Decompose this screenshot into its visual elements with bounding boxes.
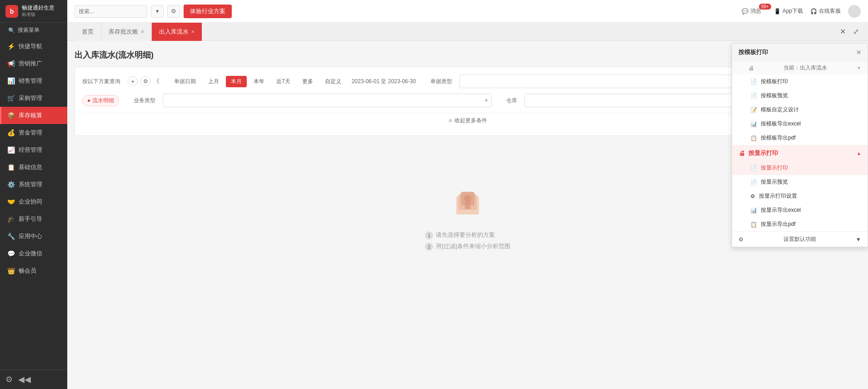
sidebar-item-appcenter[interactable]: 🔧 应用中心 (0, 228, 67, 245)
sidebar-item-sales[interactable]: 📊 销售管理 (0, 72, 67, 90)
empty-tip-2: 2 用[过滤]条件来缩小分析范围 (425, 242, 510, 251)
filter-collapse-left-button[interactable]: 《 (153, 77, 160, 85)
biz-type-select[interactable]: ▾ (163, 94, 491, 107)
appcenter-icon: 🔧 (7, 232, 15, 240)
sidebar-item-operation[interactable]: 📈 经营管理 (0, 141, 67, 159)
warehouse-label: 仓库 (506, 97, 517, 105)
sidebar-item-finance[interactable]: 💰 资金管理 (0, 124, 67, 141)
current-chevron: ▼ (857, 65, 861, 70)
template-print-item[interactable]: 📄 按模板打印 (732, 75, 868, 89)
date-tag-more[interactable]: 更多 (297, 76, 318, 87)
display-settings-icon: ⚙ (750, 193, 755, 199)
display-preview-doc-icon: 📄 (750, 179, 757, 185)
print-dropdown-panel: 按模板打印 ✕ 🖨 当前：出入库流水 ▼ 📄 按模板打印 📄 按模板预览 📝 模… (732, 43, 868, 247)
template-export-pdf-item[interactable]: 📋 按模板导出pdf (732, 131, 868, 145)
display-print-settings-item[interactable]: ⚙ 按显示打印设置 (732, 189, 868, 203)
date-tag-custom[interactable]: 自定义 (320, 76, 346, 87)
sidebar-item-search[interactable]: 🔍 搜索菜单 (0, 23, 67, 38)
display-pdf-icon: 📋 (750, 221, 757, 228)
template-preview-item[interactable]: 📄 按模板预览 (732, 89, 868, 103)
logo-icon: b (5, 5, 18, 18)
edition-label: 标准版 (22, 11, 55, 18)
message-icon: 💬 (742, 8, 748, 15)
sidebar-item-guide[interactable]: 🎓 新手引导 (0, 210, 67, 228)
date-range-display: 2023-06-01 至 2023-06-30 (352, 78, 416, 85)
online-service-button[interactable]: 🎧 在线客服 (810, 7, 841, 15)
sidebar-item-wechat[interactable]: 💬 企业微信 (0, 245, 67, 262)
quicknav-icon: ⚡ (7, 42, 15, 50)
topbar-left: ▾ ⚙ 体验行业方案 (75, 5, 736, 18)
sales-icon: 📊 (7, 77, 15, 85)
sidebar-item-marketing[interactable]: 📢 营销推广 (0, 55, 67, 72)
display-export-pdf-item[interactable]: 📋 按显示导出pdf (732, 217, 868, 231)
template-pdf-icon: 📋 (750, 135, 757, 141)
page-title: 出入库流水(流水明细) (75, 50, 154, 60)
filter-settings-button[interactable]: ⚙ (140, 76, 150, 86)
sidebar-item-vip[interactable]: 👑 畅会员 (0, 262, 67, 279)
industry-solution-button[interactable]: 体验行业方案 (184, 5, 232, 18)
template-custom-item[interactable]: 📝 模板自定义设计 (732, 103, 868, 117)
display-preview-item[interactable]: 📄 按显示预览 (732, 175, 868, 189)
date-tag-this-month[interactable]: 本月 (226, 76, 247, 87)
sidebar-item-quicknav[interactable]: ⚡ 快捷导航 (0, 38, 67, 55)
display-print-section: 🖨 按显示打印 ▲ 📄 按显示打印 📄 按显示预览 ⚙ 按显示打印设置 📊 按显… (732, 145, 868, 232)
topbar-dropdown-button[interactable]: ▾ (151, 5, 164, 18)
topbar-search-input[interactable] (75, 5, 147, 18)
finance-icon: 💰 (7, 129, 15, 137)
topbar-gear-button[interactable]: ⚙ (167, 5, 180, 18)
display-export-excel-item[interactable]: 📊 按显示导出excel (732, 203, 868, 217)
tab-batch-close[interactable]: × (141, 29, 144, 35)
display-print-item[interactable]: 📄 按显示打印 (732, 161, 868, 175)
date-tag-this-year[interactable]: 本年 (249, 76, 269, 87)
basic-icon: 📋 (7, 163, 15, 171)
tab-expand-button[interactable]: ⤢ (851, 25, 861, 38)
sidebar-collapse-button[interactable]: ◀◀ (18, 374, 31, 384)
sidebar-item-system[interactable]: ⚙️ 系统管理 (0, 176, 67, 193)
filter-add-button[interactable]: + (128, 76, 138, 86)
brand-name: 畅捷通好生意 (22, 5, 55, 12)
sidebar-item-purchase[interactable]: 🛒 采购管理 (0, 90, 67, 107)
tab-batch[interactable]: 库存批次账 × (101, 23, 152, 41)
collapse-chevron-icon: ∧ (448, 117, 454, 124)
display-print-section-icon: 🖨 (738, 150, 745, 157)
wechat-icon: 💬 (7, 249, 15, 258)
date-label: 单据日期 (174, 78, 196, 85)
tab-close-all-button[interactable]: ✕ (838, 25, 848, 38)
template-print-section: 📄 按模板打印 📄 按模板预览 📝 模板自定义设计 📊 按模板导出excel 📋… (732, 75, 868, 145)
biz-type-chevron: ▾ (485, 97, 488, 104)
sidebar-item-collab[interactable]: 🤝 企业协同 (0, 193, 67, 210)
system-icon: ⚙️ (7, 180, 15, 189)
sidebar-footer: ⚙ ◀◀ (0, 369, 67, 389)
tab-home[interactable]: 首页 (75, 23, 101, 41)
app-download-button[interactable]: 📱 App下载 (774, 7, 803, 15)
sub-filter-tag-water[interactable]: ● 流水明细 (82, 95, 119, 106)
sidebar-item-inventory[interactable]: 📦 库存核算 (0, 107, 67, 124)
date-tag-last-month[interactable]: 上月 (203, 76, 224, 87)
date-filter-group: 上月 本月 本年 近7天 更多 自定义 2023-06-01 至 2023-06… (203, 76, 416, 87)
dropdown-footer-settings[interactable]: ⚙ 设置默认功能 ▼ (732, 232, 868, 247)
tabbar: 首页 库存批次账 × 出入库流水 × ✕ ⤢ (67, 23, 868, 41)
sidebar: b 畅捷通好生意 标准版 🔍 搜索菜单 ⚡ 快捷导航 📢 营销推广 📊 销售管理… (0, 0, 67, 389)
footer-settings-button[interactable]: ⚙ (5, 374, 13, 384)
vip-icon: 👑 (7, 267, 15, 275)
tab-flow-close[interactable]: × (191, 29, 195, 35)
dropdown-close-icon[interactable]: ✕ (856, 49, 861, 56)
empty-state-icon (449, 187, 486, 224)
template-export-excel-item[interactable]: 📊 按模板导出excel (732, 117, 868, 131)
display-print-chevron: ▲ (857, 151, 861, 156)
footer-settings-icon: ⚙ (738, 236, 743, 243)
tab-flow[interactable]: 出入库流水 × (152, 23, 202, 41)
purchase-icon: 🛒 (7, 94, 15, 102)
user-avatar[interactable] (848, 5, 861, 18)
svg-rect-4 (465, 202, 470, 209)
message-button[interactable]: 💬 消息 99+ (742, 7, 767, 15)
template-custom-icon: 📝 (750, 107, 757, 113)
operation-icon: 📈 (7, 146, 15, 154)
current-template-label: 🖨 当前：出入库流水 ▼ (732, 61, 868, 75)
topbar-right: 💬 消息 99+ 📱 App下载 🎧 在线客服 (742, 5, 861, 18)
date-tag-7days[interactable]: 近7天 (271, 76, 295, 87)
sidebar-item-basic[interactable]: 📋 基础信息 (0, 159, 67, 176)
display-print-section-header[interactable]: 🖨 按显示打印 ▲ (732, 145, 868, 161)
filter-controls: + ⚙ 《 (128, 76, 160, 86)
guide-icon: 🎓 (7, 215, 15, 223)
